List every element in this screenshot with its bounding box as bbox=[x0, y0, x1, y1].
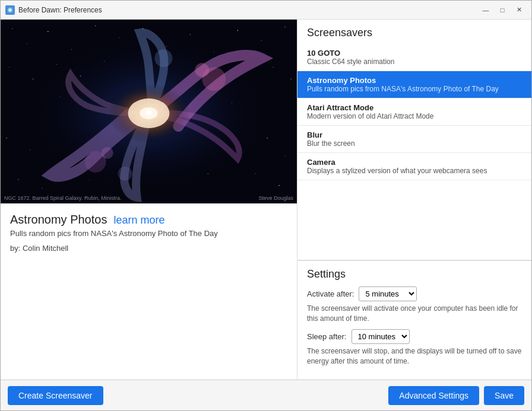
screensaver-item-name: Astronomy Photos bbox=[307, 76, 522, 85]
svg-point-15 bbox=[261, 40, 262, 41]
window-controls: — □ ✕ bbox=[478, 4, 527, 17]
svg-point-24 bbox=[6, 138, 7, 138]
screensaver-list-item[interactable]: CameraDisplays a stylized version of wha… bbox=[297, 153, 531, 180]
advanced-settings-button[interactable]: Advanced Settings bbox=[388, 386, 479, 405]
screensaver-author: by: Colin Mitchell bbox=[10, 244, 287, 253]
svg-point-23 bbox=[290, 78, 291, 79]
settings-section: Settings Activate after: 1 minute2 minut… bbox=[297, 260, 531, 380]
svg-point-44 bbox=[102, 147, 113, 159]
activate-select[interactable]: 1 minute2 minutes5 minutes10 minutes15 m… bbox=[359, 286, 417, 301]
screensaver-description: Pulls random pics from NASA's Astronomy … bbox=[10, 229, 287, 238]
screensaver-item-desc: Pulls random pics from NASA's Astronomy … bbox=[307, 85, 522, 93]
maximize-button[interactable]: □ bbox=[495, 4, 510, 17]
svg-point-6 bbox=[48, 31, 49, 32]
screensaver-list-item[interactable]: BlurBlur the screen bbox=[297, 126, 531, 153]
svg-point-42 bbox=[195, 63, 209, 77]
preview-caption-left: NGC 1672. Barred Spiral Galaxy. Rubin, M… bbox=[4, 195, 121, 201]
screensaver-item-desc: Classic C64 style animation bbox=[307, 58, 522, 66]
sleep-hint: The screensaver will stop, and the displ… bbox=[307, 346, 522, 367]
learn-more-link[interactable]: learn more bbox=[114, 214, 165, 226]
svg-point-31 bbox=[278, 185, 279, 186]
activate-label: Activate after: bbox=[307, 289, 354, 298]
bottom-bar: Create Screensaver Advanced Settings Sav… bbox=[1, 380, 531, 410]
svg-point-25 bbox=[30, 149, 30, 150]
svg-point-2 bbox=[9, 9, 11, 11]
main-window: Before Dawn: Preferences — □ ✕ bbox=[0, 0, 532, 411]
svg-point-14 bbox=[238, 30, 238, 31]
minimize-button[interactable]: — bbox=[478, 4, 493, 17]
screensavers-section: Screensavers 10 GOTOClassic C64 style an… bbox=[297, 20, 531, 260]
svg-point-17 bbox=[9, 67, 10, 68]
activate-row: Activate after: 1 minute2 minutes5 minut… bbox=[307, 286, 522, 301]
activate-hint: The screensaver will activate once your … bbox=[307, 304, 522, 324]
create-screensaver-button[interactable]: Create Screensaver bbox=[8, 386, 103, 405]
svg-point-46 bbox=[118, 167, 132, 181]
window-title: Before Dawn: Preferences bbox=[18, 6, 102, 14]
svg-point-19 bbox=[56, 64, 57, 65]
bottom-right-buttons: Advanced Settings Save bbox=[388, 386, 524, 405]
settings-heading: Settings bbox=[307, 268, 522, 281]
screensaver-item-name: 10 GOTO bbox=[307, 49, 522, 58]
svg-point-16 bbox=[284, 27, 285, 27]
screensaver-list-item[interactable]: Atari Attract ModeModern version of old … bbox=[297, 98, 531, 126]
svg-point-30 bbox=[255, 173, 256, 174]
screensaver-item-desc: Modern version of old Atari Attract Mode bbox=[307, 112, 522, 120]
svg-point-28 bbox=[18, 179, 18, 180]
svg-point-5 bbox=[27, 43, 27, 44]
svg-point-22 bbox=[273, 67, 274, 68]
svg-point-7 bbox=[71, 49, 72, 50]
galaxy-background bbox=[1, 20, 297, 203]
screensaver-item-name: Blur bbox=[307, 130, 522, 139]
svg-point-18 bbox=[33, 78, 33, 79]
svg-point-8 bbox=[95, 26, 96, 26]
svg-point-29 bbox=[42, 188, 42, 189]
screensaver-list-item[interactable]: Astronomy PhotosPulls random pics from N… bbox=[297, 71, 531, 98]
svg-point-45 bbox=[154, 49, 172, 67]
titlebar-left: Before Dawn: Preferences bbox=[5, 5, 102, 15]
preview-area: NGC 1672. Barred Spiral Galaxy. Rubin, M… bbox=[1, 20, 297, 203]
svg-point-4 bbox=[12, 28, 12, 29]
right-panel: Screensavers 10 GOTOClassic C64 style an… bbox=[297, 20, 531, 380]
screensaver-title: Astronomy Photos learn more bbox=[10, 213, 287, 227]
screensaver-item-desc: Displays a stylized version of what your… bbox=[307, 167, 522, 175]
svg-point-26 bbox=[267, 138, 267, 138]
screensaver-list-item[interactable]: 10 GOTOClassic C64 style animation bbox=[297, 44, 531, 71]
screensaver-item-desc: Blur the screen bbox=[307, 139, 522, 148]
left-panel: NGC 1672. Barred Spiral Galaxy. Rubin, M… bbox=[1, 20, 297, 380]
screensavers-heading: Screensavers bbox=[297, 20, 531, 44]
sleep-label: Sleep after: bbox=[307, 332, 347, 341]
screensaver-item-name: Atari Attract Mode bbox=[307, 103, 522, 112]
sleep-row: Sleep after: 5 minutes10 minutes15 minut… bbox=[307, 329, 522, 344]
svg-point-40 bbox=[146, 110, 152, 115]
screensaver-list: 10 GOTOClassic C64 style animationAstron… bbox=[297, 44, 531, 260]
svg-point-27 bbox=[285, 155, 286, 156]
close-button[interactable]: ✕ bbox=[511, 4, 527, 17]
preview-caption-right: Steve Douglas bbox=[258, 195, 293, 201]
titlebar: Before Dawn: Preferences — □ ✕ bbox=[1, 1, 531, 20]
sleep-select[interactable]: 5 minutes10 minutes15 minutes20 minutes3… bbox=[352, 329, 410, 344]
svg-point-12 bbox=[190, 34, 191, 35]
main-content: NGC 1672. Barred Spiral Galaxy. Rubin, M… bbox=[1, 20, 531, 380]
info-panel: Astronomy Photos learn more Pulls random… bbox=[1, 203, 297, 380]
screensaver-item-name: Camera bbox=[307, 158, 522, 167]
svg-point-9 bbox=[119, 37, 119, 38]
save-button[interactable]: Save bbox=[484, 386, 524, 405]
app-icon bbox=[5, 5, 15, 15]
